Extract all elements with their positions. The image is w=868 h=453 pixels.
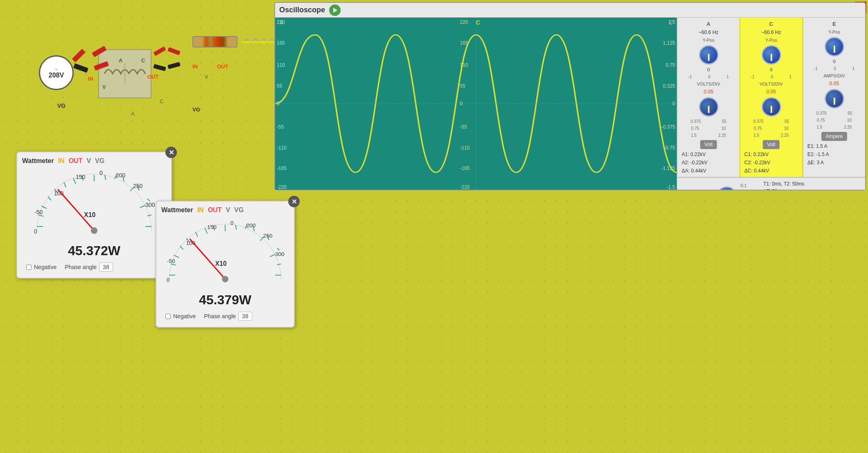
svg-line-54: [277, 248, 280, 250]
svg-rect-5: [154, 46, 166, 56]
svg-point-36: [91, 227, 97, 234]
svg-text:X10: X10: [215, 260, 227, 267]
wattmeter-1-v: V: [86, 157, 91, 165]
col-c-v4: 10: [784, 126, 789, 131]
svg-line-25: [147, 199, 150, 201]
wattmeter-2-negative-label: Negative: [173, 313, 196, 319]
col-a-voltsdiv-value: 0.05: [704, 89, 713, 95]
wattmeter-1-close-button[interactable]: ✕: [165, 147, 177, 158]
ylabel-110: 110: [277, 62, 285, 68]
wattmeter-2-negative-wrapper[interactable]: Negative: [165, 313, 196, 319]
col-c-voltsdiv-knob[interactable]: [762, 97, 781, 117]
ylabel-rm75: -0.75: [664, 145, 675, 151]
svg-rect-3: [73, 63, 88, 73]
svg-text:200: 200: [246, 222, 256, 229]
col-a-meas-da: ΔA: 0.44kV: [680, 168, 737, 174]
svg-line-35: [58, 190, 94, 231]
col-e-ampere-button[interactable]: Ampere: [821, 132, 847, 141]
col-c-v3: 0.75: [754, 126, 762, 131]
svg-text:150: 150: [76, 174, 86, 180]
wattmeter-2-negative-checkbox[interactable]: [165, 314, 171, 319]
col-a-meas-a1: A1: 0.22kV: [680, 152, 737, 157]
col-c-voltsdiv-value: 0.05: [766, 89, 776, 95]
osc-col-c: C ~60.6 Hz Y-Pos 0 -1 0 1 VOLTS/DIV 0.05: [739, 18, 803, 177]
wattmeter-1-out: OUT: [69, 157, 83, 165]
col-a-meas-a2: A2: -0.22kV: [680, 160, 737, 165]
wattmeter-2-close-button[interactable]: ✕: [288, 196, 300, 207]
col-e-zero: 0: [834, 66, 836, 71]
col-a-voltsdiv-knob[interactable]: [699, 97, 719, 117]
wattmeter-2: ✕ Wattmeter IN OUT V VG: [156, 201, 295, 328]
time-opt-0p1: 0.1: [741, 183, 757, 188]
col-c-zero: 0: [771, 75, 773, 79]
col-c-volt-button[interactable]: Volt: [763, 140, 779, 149]
col-a-title: A: [707, 21, 710, 27]
svg-text:200: 200: [116, 172, 126, 179]
svg-text:150: 150: [207, 224, 217, 230]
col-a-neg: -1: [688, 75, 692, 79]
col-c-ypos-knob[interactable]: [762, 45, 781, 65]
osc-channels-row: A ~60.6 Hz Y-Pos 0 -1 0 1 VOLTS/DIV 0.05: [677, 18, 865, 177]
wattmeter-1-phase-value: 38: [99, 263, 113, 272]
svg-rect-8: [167, 62, 181, 69]
wattmeter-2-header: Wattmeter IN OUT V VG: [161, 206, 289, 214]
col-c-neg: -1: [751, 75, 755, 79]
ylabel2-165: 165: [460, 40, 468, 46]
wattmeter-1-phase-label: Phase angle: [65, 264, 97, 270]
svg-marker-67: [333, 8, 337, 13]
svg-line-20: [48, 197, 51, 200]
col-c-voltsdiv-label: VOLTS/DIV: [760, 82, 783, 86]
col-a-ypos-knob[interactable]: [699, 45, 719, 65]
col-a-volt-button[interactable]: Volt: [700, 140, 717, 149]
ylabel-r0p75: 0.75: [666, 62, 675, 68]
osc-title: Oscilloscope: [279, 6, 325, 14]
wattmeter-1-negative-label: Negative: [34, 264, 57, 270]
col-e-ypos-knob[interactable]: [825, 37, 844, 57]
col-a-voltsdiv-label: VOLTS/DIV: [697, 82, 720, 86]
ylabel-r0: 0: [672, 101, 675, 106]
ylabel-m55: -55: [277, 124, 284, 130]
vg-label-2: VG: [192, 106, 200, 113]
col-e-v2: 55: [848, 111, 852, 116]
col-e-v3: 0.75: [817, 118, 825, 122]
time-div-knob[interactable]: [716, 186, 737, 190]
osc-body: A C E 220 165 110 55 0 -55 -110 -165 -22…: [275, 18, 865, 190]
oscilloscope: Oscilloscope: [274, 2, 866, 190]
osc-time-row: TIME/DIV ms 0.1 0.5 0.05 1 100 5 50 10 T…: [681, 181, 861, 190]
wattmeter-1: ✕ Wattmeter IN OUT V VG: [16, 152, 172, 279]
wattmeter-2-title: Wattmeter: [161, 206, 193, 214]
col-a-v3: 0.75: [691, 126, 699, 131]
wattmeter-1-value: 45.372W: [22, 243, 166, 258]
col-a-v2: 55: [722, 119, 726, 124]
col-c-freq: ~60.6 Hz: [761, 29, 781, 35]
svg-text:0: 0: [34, 228, 37, 235]
col-a-v5: 1.5: [691, 133, 696, 138]
wattmeter-2-phase-value: 38: [238, 312, 252, 321]
svg-rect-2: [92, 46, 106, 57]
svg-line-55: [277, 264, 281, 265]
osc-time-section: TIME/DIV ms 0.1 0.5 0.05 1 100 5 50 10 T…: [677, 177, 865, 190]
col-a-ypos-label: Y-Pos: [703, 38, 714, 43]
col-a-pos: 1: [727, 75, 729, 79]
svg-text:-50: -50: [34, 209, 43, 215]
col-c-ypos-value: 0: [770, 67, 772, 72]
ylabel2-110: 110: [460, 62, 468, 68]
svg-point-65: [222, 276, 228, 283]
ylabel-r1p125: 1.125: [663, 40, 675, 46]
svg-rect-1: [72, 49, 86, 62]
svg-text:0: 0: [231, 220, 234, 226]
col-e-ampsdiv-knob[interactable]: [825, 89, 844, 109]
col-a-v4: 10: [721, 126, 726, 131]
wattmeter-1-negative-wrapper[interactable]: Negative: [26, 264, 57, 270]
col-e-v1: 0.375: [816, 111, 827, 116]
voltage-label: 208V: [49, 72, 64, 79]
osc-play-button[interactable]: [329, 5, 341, 16]
wattmeter-1-header: Wattmeter IN OUT V VG: [22, 157, 166, 165]
col-c-ypos-label: Y-Pos: [765, 38, 777, 43]
col-c-v5: 1.5: [753, 133, 759, 138]
wattmeter-1-negative-checkbox[interactable]: [26, 265, 32, 270]
col-e-meas-e2: E2: -1.5 A: [806, 152, 863, 157]
svg-line-49: [180, 246, 183, 250]
svg-line-26: [147, 215, 151, 216]
col-a-v1: 0.375: [691, 119, 701, 124]
